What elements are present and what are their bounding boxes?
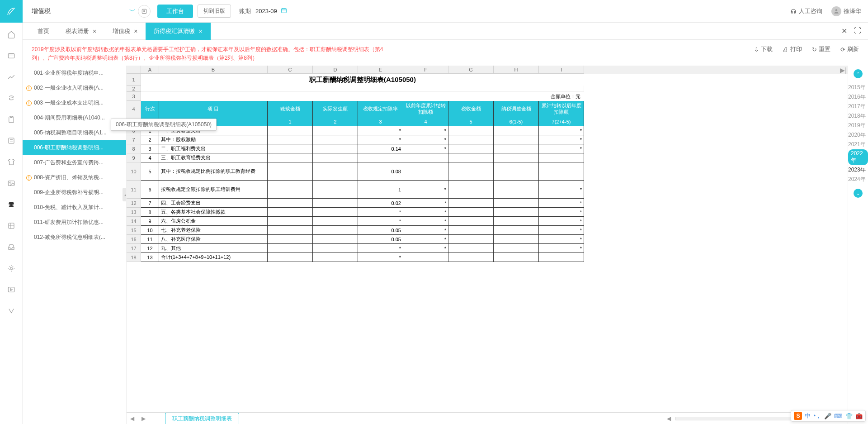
form-item-8[interactable]: 009-企业所得税弥补亏损明... [23, 185, 126, 200]
data-cell[interactable] [313, 135, 358, 144]
row-index[interactable]: 7 [141, 199, 159, 208]
vip-icon[interactable] [6, 306, 16, 316]
data-cell[interactable]: * [539, 199, 584, 208]
row-index[interactable]: 4 [141, 153, 159, 162]
row-index[interactable]: 12 [141, 244, 159, 253]
home-icon[interactable] [6, 29, 16, 39]
expand-icon[interactable]: ⛶ [854, 27, 861, 35]
data-cell[interactable] [268, 153, 313, 162]
ime-tools-icon[interactable]: 🧰 [855, 413, 863, 419]
item-name[interactable]: 其中：按税收规定比例扣除的职工教育经费 [159, 162, 268, 181]
form-item-1[interactable]: 002-一般企业收入明细表(A... [23, 81, 126, 95]
col-header-G[interactable]: G [448, 66, 494, 74]
year-item[interactable]: 2022年 [848, 149, 868, 165]
tax-type-dropdown[interactable]: 增值税 ﹀ [32, 7, 136, 15]
data-cell[interactable]: * [403, 135, 448, 144]
year-item[interactable]: 2018年 [848, 111, 868, 121]
data-cell[interactable]: * [403, 226, 448, 235]
year-item[interactable]: 2015年 [848, 83, 868, 92]
row-number[interactable]: 16 [127, 235, 141, 244]
data-cell[interactable]: 1 [358, 181, 403, 199]
workspace-button[interactable]: 工作台 [157, 5, 193, 18]
data-cell[interactable]: * [403, 199, 448, 208]
doc-list-icon[interactable] [6, 136, 16, 146]
ime-mic-icon[interactable]: 🎤 [824, 413, 831, 419]
data-cell[interactable]: * [403, 144, 448, 153]
row-index[interactable]: 11 [141, 235, 159, 244]
tab-0[interactable]: 首页 [29, 23, 57, 40]
data-cell[interactable] [313, 217, 358, 226]
tab-close-icon[interactable]: × [198, 28, 202, 35]
row-number[interactable]: 13 [127, 208, 141, 217]
money-icon[interactable] [6, 93, 16, 103]
select-all-corner[interactable] [127, 66, 141, 74]
data-cell[interactable] [313, 144, 358, 153]
data-cell[interactable] [494, 199, 539, 208]
data-cell[interactable]: * [358, 253, 403, 262]
item-name[interactable]: 按税收规定全额扣除的职工培训费用 [159, 181, 268, 199]
data-cell[interactable] [448, 235, 494, 244]
data-cell[interactable] [448, 208, 494, 217]
settings-icon[interactable] [6, 263, 16, 273]
shirt-icon[interactable] [6, 157, 16, 167]
clipboard-icon[interactable] [6, 114, 16, 124]
refresh-button[interactable]: ⟳ 刷新 [840, 45, 859, 53]
col-header-F[interactable]: F [403, 66, 448, 74]
year-item[interactable]: 2024年 [848, 175, 868, 184]
form-item-0[interactable]: 001-企业所得税年度纳税申... [23, 66, 126, 81]
year-item[interactable]: 2020年 [848, 130, 868, 140]
item-name[interactable]: 其中：股权激励 [159, 135, 268, 144]
archive-icon[interactable] [6, 221, 16, 231]
data-cell[interactable] [494, 135, 539, 144]
year-item[interactable]: 2016年 [848, 92, 868, 102]
data-cell[interactable] [448, 135, 494, 144]
row-number[interactable]: 2 [127, 86, 141, 92]
data-cell[interactable] [268, 253, 313, 262]
sheet-nav-prev[interactable]: ▶ [138, 415, 149, 422]
row-number[interactable]: 4 [127, 101, 141, 117]
tab-1[interactable]: 税表清册× [57, 23, 104, 40]
data-cell[interactable] [403, 153, 448, 162]
data-cell[interactable]: * [539, 217, 584, 226]
form-item-11[interactable]: 012-减免所得税优惠明细表(... [23, 230, 126, 245]
col-header-B[interactable]: B [159, 66, 268, 74]
year-item[interactable]: 2023年 [848, 165, 868, 175]
image-icon[interactable] [6, 178, 16, 188]
col-header-H[interactable]: H [494, 66, 539, 74]
data-cell[interactable] [539, 253, 584, 262]
ime-lang[interactable]: 中 [805, 412, 811, 420]
form-item-5[interactable]: 006-职工薪酬纳税调整明细... [23, 140, 126, 155]
spreadsheet[interactable]: ▶| ABCDEFGHI 1 职工薪酬纳税调整明细表(A105050) 2 3 … [127, 66, 848, 424]
data-cell[interactable] [448, 181, 494, 199]
data-cell[interactable] [313, 235, 358, 244]
data-cell[interactable] [268, 226, 313, 235]
calendar-icon[interactable] [281, 7, 287, 15]
data-cell[interactable]: * [403, 235, 448, 244]
item-name[interactable]: 三、职工教育经费支出 [159, 153, 268, 162]
year-up-button[interactable]: ⌃ [854, 69, 863, 78]
tab-close-icon[interactable]: × [93, 28, 96, 35]
year-item[interactable]: 2019年 [848, 121, 868, 130]
data-cell[interactable]: 0.14 [358, 144, 403, 153]
data-cell[interactable] [494, 235, 539, 244]
form-item-2[interactable]: 003-一般企业成本支出明细... [23, 95, 126, 110]
data-cell[interactable] [313, 244, 358, 253]
data-cell[interactable] [313, 162, 358, 181]
reset-button[interactable]: ↻ 重置 [812, 45, 830, 53]
data-cell[interactable]: * [539, 244, 584, 253]
data-cell[interactable] [268, 135, 313, 144]
data-cell[interactable] [494, 217, 539, 226]
col-header-E[interactable]: E [358, 66, 403, 74]
tab-2[interactable]: 增值税× [104, 23, 146, 40]
row-index[interactable]: 10 [141, 226, 159, 235]
data-cell[interactable] [448, 162, 494, 181]
data-cell[interactable]: * [403, 217, 448, 226]
data-cell[interactable] [448, 126, 494, 135]
data-cell[interactable] [448, 144, 494, 153]
data-cell[interactable]: * [539, 208, 584, 217]
data-cell[interactable] [494, 226, 539, 235]
item-name[interactable]: 六、住房公积金 [159, 217, 268, 226]
tab-3[interactable]: 所得税汇算清缴× [146, 23, 210, 40]
data-cell[interactable] [494, 244, 539, 253]
year-down-button[interactable]: ⌄ [854, 189, 863, 198]
